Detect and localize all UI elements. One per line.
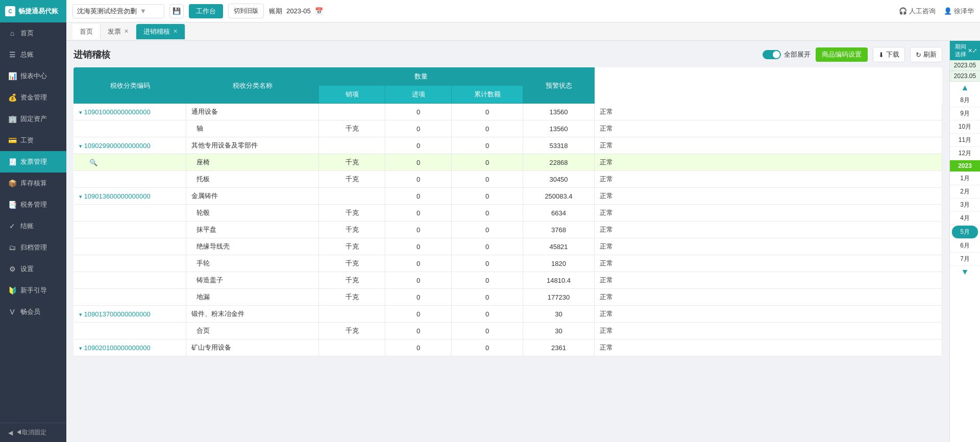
cell-code bbox=[74, 289, 186, 306]
period-scroll-down[interactable]: ▼ bbox=[950, 266, 980, 278]
expand-icon[interactable]: ▾ bbox=[79, 109, 82, 115]
period-month-3[interactable]: 3月 bbox=[950, 199, 980, 212]
period-month-8[interactable]: 8月 bbox=[950, 94, 980, 107]
cell-name: 金属铸件 bbox=[186, 188, 319, 205]
user-profile[interactable]: 👤 徐泽华 bbox=[944, 7, 974, 16]
save-button[interactable]: 💾 bbox=[169, 4, 184, 18]
sidebar-item-ledger[interactable]: ☰ 总账 bbox=[0, 44, 66, 65]
cell-code: 🔍 bbox=[74, 154, 186, 171]
sidebar-item-home[interactable]: ⌂ 首页 bbox=[0, 22, 66, 44]
switch-version-button[interactable]: 切到旧版 bbox=[228, 4, 264, 18]
toggle-switch[interactable] bbox=[763, 50, 781, 59]
sidebar-item-settings[interactable]: ⚙ 设置 bbox=[0, 258, 66, 280]
table-row: ▾109013600000000000金属铸件00250083.4正常 bbox=[74, 188, 942, 205]
cell-name: 轮毂 bbox=[186, 205, 319, 222]
cell-purchase: 0 bbox=[452, 339, 523, 356]
sidebar-item-member[interactable]: V 畅会员 bbox=[0, 301, 66, 323]
sidebar-item-settlement[interactable]: ✓ 结账 bbox=[0, 215, 66, 237]
sidebar-item-tax[interactable]: 📑 税务管理 bbox=[0, 194, 66, 215]
assets-icon: 🏢 bbox=[8, 115, 16, 123]
app-logo: C 畅捷通易代账 bbox=[0, 0, 66, 22]
sidebar-item-assets[interactable]: 🏢 固定资产 bbox=[0, 108, 66, 130]
sidebar-item-salary[interactable]: 💳 工资 bbox=[0, 130, 66, 151]
expand-icon[interactable]: ▾ bbox=[79, 345, 82, 351]
cell-status: 正常 bbox=[595, 205, 942, 222]
period-month-5[interactable]: 5月 bbox=[952, 226, 978, 239]
product-code-button[interactable]: 商品编码设置 bbox=[816, 47, 868, 62]
topbar: 沈海英测试经营勿删 ▼ 💾 工作台 切到旧版 账期 2023-05 📅 🎧 人工… bbox=[66, 0, 980, 22]
guide-icon: 🔰 bbox=[8, 286, 16, 294]
period-month-4[interactable]: 4月 bbox=[950, 212, 980, 225]
tab-reconcile-close-icon[interactable]: ✕ bbox=[173, 28, 178, 35]
cell-code bbox=[74, 238, 186, 255]
table-row: 手轮千克001820正常 bbox=[74, 255, 942, 272]
sidebar-item-invoice[interactable]: 🧾 发票管理 bbox=[0, 151, 66, 173]
period-scroll-up[interactable]: ▲ bbox=[950, 82, 980, 94]
cell-purchase: 0 bbox=[452, 120, 523, 137]
period-panel-expand-icon[interactable]: ⤢ bbox=[972, 47, 977, 54]
cell-total: 53318 bbox=[523, 137, 595, 154]
tab-invoice[interactable]: 发票 ✕ bbox=[101, 24, 136, 39]
period-month-7[interactable]: 7月 bbox=[950, 253, 980, 266]
cell-sales: 0 bbox=[385, 339, 452, 356]
period-month-2[interactable]: 2月 bbox=[950, 185, 980, 199]
cell-code bbox=[74, 255, 186, 272]
tab-invoice-close-icon[interactable]: ✕ bbox=[124, 28, 129, 35]
sidebar-item-funds[interactable]: 💰 资金管理 bbox=[0, 87, 66, 108]
period-month-12[interactable]: 12月 bbox=[950, 147, 980, 160]
help-button[interactable]: 🎧 人工咨询 bbox=[899, 7, 936, 16]
table-row: 合页千克0030正常 bbox=[74, 323, 942, 339]
cell-total: 45821 bbox=[523, 238, 595, 255]
unpin-button[interactable]: ◀ ◀取消固定 bbox=[0, 423, 66, 442]
cell-sales: 0 bbox=[385, 255, 452, 272]
cell-sales: 0 bbox=[385, 306, 452, 323]
content-area: 进销稽核 全部展开 商品编码设置 ⬇ 下载 ↻ 刷新 bbox=[66, 41, 980, 442]
cell-status: 正常 bbox=[595, 238, 942, 255]
cell-purchase: 0 bbox=[452, 154, 523, 171]
search-icon[interactable]: 🔍 bbox=[89, 159, 97, 166]
expand-icon[interactable]: ▾ bbox=[79, 311, 82, 317]
cell-status: 正常 bbox=[595, 289, 942, 306]
cell-name: 通用设备 bbox=[186, 104, 319, 120]
cell-sales: 0 bbox=[385, 289, 452, 306]
cell-name: 地漏 bbox=[186, 289, 319, 306]
cell-purchase: 0 bbox=[452, 222, 523, 238]
tab-home[interactable]: 首页 bbox=[72, 24, 101, 39]
cell-unit bbox=[319, 339, 385, 356]
period-year-2023-05-2[interactable]: 2023.05 bbox=[950, 71, 980, 82]
expand-icon[interactable]: ▾ bbox=[79, 143, 82, 149]
cell-status: 正常 bbox=[595, 272, 942, 289]
sidebar-item-label: 首页 bbox=[20, 29, 34, 38]
company-selector[interactable]: 沈海英测试经营勿删 ▼ bbox=[72, 4, 164, 18]
sidebar-item-reports[interactable]: 📊 报表中心 bbox=[0, 65, 66, 87]
refresh-button[interactable]: ↻ 刷新 bbox=[910, 47, 942, 62]
period-month-1[interactable]: 1月 bbox=[950, 172, 980, 185]
settings-icon: ⚙ bbox=[8, 265, 16, 273]
period-year-2023-05-1[interactable]: 2023.05 bbox=[950, 60, 980, 71]
toggle-all[interactable]: 全部展开 bbox=[763, 50, 811, 59]
sidebar-item-guide[interactable]: 🔰 新手引导 bbox=[0, 280, 66, 301]
tab-reconcile[interactable]: 进销稽核 ✕ bbox=[136, 24, 185, 39]
period-value: 2023-05 bbox=[286, 7, 311, 15]
calendar-icon[interactable]: 📅 bbox=[315, 7, 323, 15]
expand-icon[interactable]: ▾ bbox=[79, 193, 82, 200]
user-name: 徐泽华 bbox=[954, 7, 974, 16]
logo-icon: C bbox=[5, 6, 15, 16]
tab-reconcile-label: 进销稽核 bbox=[143, 27, 170, 36]
period-panel-close-icon[interactable]: ✕ bbox=[968, 47, 972, 54]
download-button[interactable]: ⬇ 下载 bbox=[873, 47, 905, 62]
period-month-11[interactable]: 11月 bbox=[950, 134, 980, 147]
sidebar-item-label: 归档管理 bbox=[20, 243, 47, 252]
unpin-label: ◀取消固定 bbox=[16, 428, 46, 437]
period-month-10[interactable]: 10月 bbox=[950, 120, 980, 134]
period-month-9[interactable]: 9月 bbox=[950, 107, 980, 120]
workspace-button[interactable]: 工作台 bbox=[189, 4, 223, 18]
cell-purchase: 0 bbox=[452, 289, 523, 306]
inventory-icon: 📦 bbox=[8, 179, 16, 187]
period-month-6[interactable]: 6月 bbox=[950, 239, 980, 253]
cell-code bbox=[74, 323, 186, 339]
sidebar-item-archive[interactable]: 🗂 归档管理 bbox=[0, 237, 66, 258]
cell-code: ▾109013700000000000 bbox=[74, 306, 186, 323]
sidebar-item-inventory[interactable]: 📦 库存核算 bbox=[0, 173, 66, 194]
col-tax-code: 税收分类编码 bbox=[74, 68, 186, 104]
